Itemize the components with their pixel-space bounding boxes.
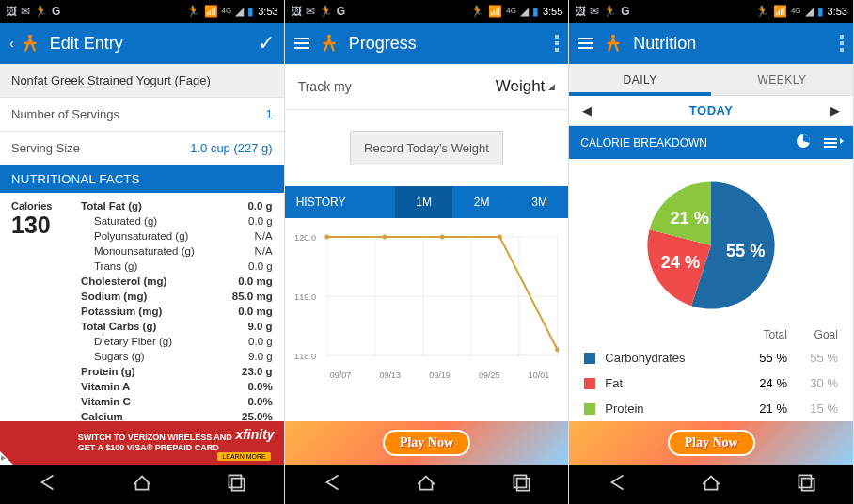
menu-icon[interactable]	[578, 38, 593, 49]
date-label[interactable]: TODAY	[689, 103, 734, 118]
mail-icon: ✉	[306, 6, 315, 17]
breakdown-header: CALORIE BREAKDOWN	[569, 126, 853, 159]
google-icon: G	[621, 6, 629, 17]
serving-size-row[interactable]: Serving Size 1.0 cup (227 g)	[0, 132, 284, 165]
legend-name: Fat	[605, 376, 736, 390]
back-icon[interactable]	[320, 470, 344, 498]
actionbar: Nutrition	[569, 23, 853, 64]
android-navbar	[569, 465, 853, 504]
xtick: 09/13	[379, 370, 401, 380]
legend-row: Fat24 %30 %	[569, 370, 853, 396]
fact-row: Saturated (g)0.0 g	[81, 213, 273, 228]
recent-apps-icon[interactable]	[509, 470, 533, 498]
history-header: HISTORY 1M 2M 3M	[285, 186, 569, 218]
fact-row: Vitamin A0.0%	[81, 379, 273, 394]
pie-view-icon[interactable]	[796, 134, 811, 151]
legend-row: Protein21 %15 %	[569, 396, 853, 421]
page-title: Progress	[349, 34, 546, 54]
clock: 3:53	[258, 6, 277, 17]
network-4g-icon: 4G	[506, 8, 516, 15]
calorie-label: Calories	[11, 200, 73, 212]
prev-day-icon[interactable]: ◀	[582, 103, 592, 118]
ad-line1: SWITCH TO VERIZON WIRELESS AND	[78, 433, 232, 443]
svg-rect-18	[514, 475, 526, 487]
breakdown-title: CALORIE BREAKDOWN	[580, 136, 707, 150]
network-4g-icon: 4G	[222, 8, 232, 15]
android-navbar	[285, 465, 569, 504]
record-weight-button[interactable]: Record Today's Weight	[350, 131, 503, 165]
back-icon[interactable]	[605, 470, 629, 498]
legend-swatch	[584, 378, 595, 389]
home-icon[interactable]	[130, 470, 154, 498]
next-day-icon[interactable]: ▶	[830, 103, 840, 118]
overflow-icon[interactable]	[555, 35, 559, 52]
svg-rect-1	[229, 475, 242, 487]
app-logo-icon[interactable]	[603, 33, 624, 54]
tab-weekly[interactable]: WEEKLY	[711, 64, 853, 95]
ad-choices-icon[interactable]	[0, 451, 13, 465]
legend-header: Total Goal	[569, 328, 853, 345]
menu-icon[interactable]	[294, 38, 309, 49]
range-tab-1m[interactable]: 1M	[395, 186, 452, 218]
google-icon: G	[337, 6, 345, 17]
ytick-120: 120.0	[294, 233, 316, 243]
android-navbar	[0, 465, 284, 504]
svg-point-14	[382, 235, 387, 240]
fact-row: Calcium25.0%	[81, 409, 273, 421]
fact-row: Polyunsaturated (g)N/A	[81, 228, 273, 244]
svg-point-15	[439, 235, 444, 240]
range-tab-2m[interactable]: 2M	[452, 186, 510, 218]
wifi-icon: 📶	[488, 6, 502, 17]
svg-point-0	[28, 35, 32, 39]
back-caret-icon[interactable]: ‹	[9, 36, 14, 51]
fact-row: Protein (g)23.0 g	[81, 364, 273, 379]
running-icon: 🏃	[603, 6, 617, 17]
running-icon: 🏃	[319, 6, 333, 17]
app-logo-icon[interactable]	[319, 33, 340, 54]
home-icon[interactable]	[699, 470, 723, 498]
ytick-119: 119.0	[294, 292, 316, 302]
svg-point-13	[324, 235, 329, 240]
ad-banner[interactable]: SWITCH TO VERIZON WIRELESS AND GET A $10…	[0, 421, 284, 465]
ad-cta[interactable]: Play Now	[383, 430, 470, 456]
legend-goal-hdr: Goal	[787, 328, 838, 341]
legend-swatch	[584, 403, 595, 415]
list-view-icon[interactable]	[824, 136, 842, 150]
nutrition-facts-header: NUTRITIONAL FACTS	[0, 165, 284, 193]
xtick: 09/07	[330, 370, 352, 380]
size-label: Serving Size	[11, 141, 80, 155]
running-icon-2: 🏃	[755, 6, 769, 17]
overflow-icon[interactable]	[840, 35, 844, 52]
xtick: 09/19	[429, 370, 451, 380]
statusbar: 🖼 ✉ 🏃 G 🏃 📶 4G ◢ ▮ 3:53	[569, 0, 853, 23]
servings-row[interactable]: Number of Servings 1	[0, 98, 284, 132]
back-icon[interactable]	[35, 470, 59, 498]
ad-banner[interactable]: Play Now	[569, 421, 853, 465]
mail-icon: ✉	[21, 6, 30, 17]
fact-row: Sodium (mg)85.0 mg	[81, 289, 273, 304]
ad-cta[interactable]: Play Now	[668, 430, 755, 456]
track-selector-row[interactable]: Track my Weight ◢	[285, 64, 569, 110]
xtick: 10/01	[529, 370, 550, 380]
battery-icon: ▮	[247, 6, 254, 17]
track-value: Weight	[496, 77, 546, 96]
svg-point-3	[327, 35, 331, 39]
range-tab-3m[interactable]: 3M	[511, 186, 568, 218]
svg-text:24 %: 24 %	[661, 253, 700, 272]
recent-apps-icon[interactable]	[224, 470, 248, 498]
signal-icon: ◢	[520, 6, 529, 17]
legend-row: Carbohydrates55 %55 %	[569, 345, 853, 370]
ad-banner[interactable]: Play Now	[285, 421, 569, 465]
network-4g-icon: 4G	[791, 8, 801, 15]
track-label: Track my	[298, 79, 352, 94]
servings-value: 1	[265, 107, 272, 121]
confirm-check-icon[interactable]: ✓	[258, 31, 275, 55]
home-icon[interactable]	[414, 470, 438, 498]
app-logo-icon[interactable]	[20, 33, 40, 54]
ad-cta[interactable]: LEARN MORE	[217, 452, 270, 461]
svg-rect-26	[801, 479, 814, 491]
food-name: Nonfat Greek Strained Yogurt (Fage)	[0, 64, 284, 98]
wifi-icon: 📶	[204, 6, 218, 17]
recent-apps-icon[interactable]	[794, 470, 818, 498]
tab-daily[interactable]: DAILY	[569, 64, 711, 95]
